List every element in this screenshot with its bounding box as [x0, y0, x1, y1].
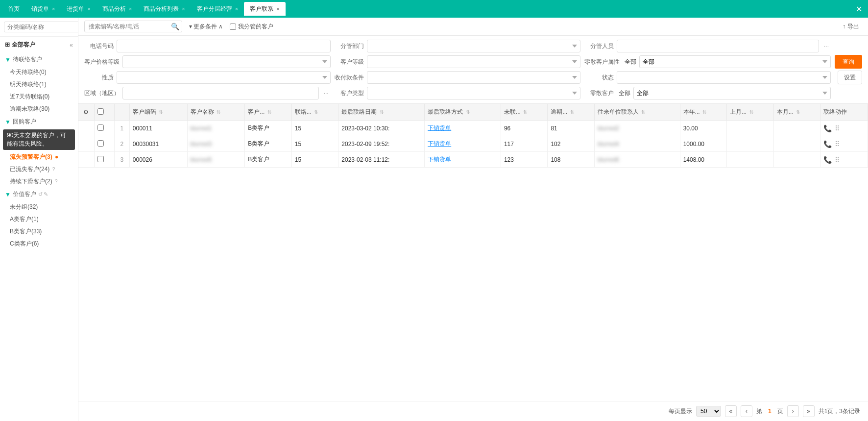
row-action-phone-icon[interactable]: 📞: [823, 124, 832, 132]
filter-customer-grade-select[interactable]: [367, 55, 581, 68]
row-method[interactable]: 下销货单: [425, 121, 501, 136]
sidebar-item-declining[interactable]: 持续下滑客户(2) ?: [0, 175, 78, 188]
filter-nature-select[interactable]: [117, 71, 331, 84]
col-settings[interactable]: ⚙: [78, 104, 94, 121]
row-action-menu-icon[interactable]: ⠿: [835, 140, 840, 148]
main-search-input[interactable]: [84, 21, 182, 32]
sidebar-item-ungroup[interactable]: 未分组(32): [0, 201, 78, 213]
sidebar-collapse-icon[interactable]: «: [70, 42, 73, 49]
col-overdue-header[interactable]: 逾期... ⇅: [548, 104, 595, 121]
filter-retail-attr-select[interactable]: 全部: [639, 55, 831, 68]
row-settings-icon: [78, 136, 94, 152]
col-name-header[interactable]: 客户名称 ⇅: [187, 104, 245, 121]
filter-region-more-icon[interactable]: ···: [322, 90, 331, 97]
page-size-select[interactable]: 50 20 100: [696, 406, 721, 417]
sidebar-item-today-pending[interactable]: 今天待联络(0): [0, 66, 78, 78]
row-this-month: [773, 121, 820, 136]
filter-region-input[interactable]: [122, 87, 319, 99]
row-name: blurred5: [187, 152, 245, 168]
filter-dept-select[interactable]: [367, 40, 581, 52]
row-action-menu-icon[interactable]: ⠿: [835, 156, 840, 164]
my-customer-checkbox[interactable]: [230, 24, 236, 30]
last-page-button[interactable]: »: [803, 405, 815, 417]
col-code-header[interactable]: 客户编码 ⇅: [129, 104, 187, 121]
tab-analysis-list[interactable]: 商品分析列表 ×: [138, 2, 191, 16]
app-close-button[interactable]: ✕: [852, 4, 866, 14]
sidebar-section-churn[interactable]: ▼ 回购客户: [0, 115, 78, 128]
tab-customer-contact-close[interactable]: ×: [276, 6, 279, 12]
my-customer-checkbox-wrap[interactable]: 我分管的客户: [230, 23, 273, 31]
export-button[interactable]: ↑ 导出: [840, 21, 862, 32]
filter-phone-input[interactable]: [117, 40, 331, 52]
tab-customer-tier-close[interactable]: ×: [235, 6, 238, 12]
filter-customer-grade: 客户等级: [335, 55, 581, 68]
col-no-contact-header[interactable]: 未联... ⇅: [501, 104, 548, 121]
tab-customer-tier[interactable]: 客户分层经营 ×: [191, 2, 244, 16]
table-row: 1 000011 blurred1 B类客户 15 2023-03-02 10:…: [78, 121, 868, 136]
row-action-phone-icon[interactable]: 📞: [823, 156, 832, 164]
select-all-checkbox[interactable]: [97, 108, 104, 115]
value-refresh-icon[interactable]: ↺: [38, 191, 43, 198]
sidebar-item-class-a[interactable]: A类客户(1): [0, 213, 78, 225]
churned-help-icon: ?: [52, 167, 55, 172]
filter-panel: 电话号码 分管部门 分管人员 ···: [78, 36, 868, 104]
sidebar-item-class-b[interactable]: B类客户(33): [0, 225, 78, 238]
sidebar-search-input[interactable]: [4, 22, 78, 32]
filter-price-level-select[interactable]: [122, 55, 331, 68]
col-contact-header[interactable]: 联络... ⇅: [291, 104, 338, 121]
tab-purchase[interactable]: 进货单 ×: [61, 2, 96, 16]
main-search-button[interactable]: 🔍: [171, 23, 179, 30]
col-method-header[interactable]: 最后联络方式 ⇅: [425, 104, 501, 121]
prev-page-button[interactable]: ‹: [741, 405, 752, 417]
tab-customer-contact[interactable]: 客户联系 ×: [244, 2, 285, 16]
row-method[interactable]: 下销货单: [425, 136, 501, 152]
more-filter-button[interactable]: ▾ 更多条件 ∧: [186, 21, 226, 32]
first-page-button[interactable]: «: [725, 405, 737, 417]
tab-analysis-list-close[interactable]: ×: [182, 6, 185, 12]
row-checkbox[interactable]: [97, 124, 104, 131]
sidebar-item-churned[interactable]: 已流失客户(24) ?: [0, 163, 78, 175]
value-edit-icon[interactable]: ✎: [44, 191, 48, 198]
sidebar-root[interactable]: ⊞全部客户 «: [0, 37, 78, 53]
row-method[interactable]: 下销货单: [425, 152, 501, 168]
filter-retail: 零散客户 全部 全部: [584, 87, 831, 99]
filter-row-3: 性质 收付款条件 状态: [84, 71, 831, 84]
col-last-month-header[interactable]: 上月... ⇅: [727, 104, 774, 121]
row-checkbox[interactable]: [97, 156, 104, 162]
row-action: 📞 ⠿: [820, 136, 868, 152]
tab-purchase-close[interactable]: ×: [87, 6, 90, 12]
filter-retail-select[interactable]: 全部: [633, 87, 831, 99]
filter-phone-label: 电话号码: [84, 42, 114, 50]
query-button[interactable]: 查询: [835, 55, 862, 69]
filter-customer-type-select[interactable]: [367, 87, 581, 99]
sidebar-item-churn-warning[interactable]: 流失预警客户(3) ●: [0, 151, 78, 163]
sidebar-section-pending[interactable]: ▼ 待联络客户: [0, 53, 78, 66]
col-type-header[interactable]: 客户... ⇅: [245, 104, 292, 121]
sidebar: 🔍 ⊞全部客户 « ▼ 待联络客户 今天待联络(0) 明天待联络(1) 近7天待…: [0, 18, 78, 421]
row-action-menu-icon[interactable]: ⠿: [835, 124, 840, 132]
sidebar-item-tomorrow-pending[interactable]: 明天待联络(1): [0, 78, 78, 91]
filter-manager-input[interactable]: [617, 40, 819, 52]
tab-sales-close[interactable]: ×: [52, 6, 55, 12]
row-action-phone-icon[interactable]: 📞: [823, 140, 832, 148]
col-date-header[interactable]: 最后联络日期 ⇅: [338, 104, 425, 121]
row-checkbox[interactable]: [97, 140, 104, 147]
sidebar-section-value[interactable]: ▼ 价值客户 ↺ ✎: [0, 188, 78, 201]
sidebar-item-week-pending[interactable]: 近7天待联络(0): [0, 91, 78, 103]
sidebar-item-class-c[interactable]: C类客户(6): [0, 238, 78, 250]
tab-home[interactable]: 首页: [2, 2, 25, 16]
sidebar-item-overdue[interactable]: 逾期未联络(30): [0, 103, 78, 115]
col-this-month-header[interactable]: 本月... ⇅: [773, 104, 820, 121]
row-action: 📞 ⠿: [820, 152, 868, 168]
tab-analysis[interactable]: 商品分析 ×: [96, 2, 138, 16]
tab-analysis-close[interactable]: ×: [129, 6, 132, 12]
col-unit-contact-header[interactable]: 往来单位联系人 ⇅: [594, 104, 680, 121]
row-checkbox-cell: [94, 121, 114, 136]
next-page-button[interactable]: ›: [787, 405, 799, 417]
filter-payment-select[interactable]: [367, 71, 581, 84]
filter-manager-more-icon[interactable]: ···: [822, 43, 831, 50]
filter-status-select[interactable]: [617, 71, 831, 84]
tab-sales[interactable]: 销货单 ×: [25, 2, 61, 16]
col-this-year-header[interactable]: 本年... ⇅: [680, 104, 727, 121]
settings-button[interactable]: 设置: [838, 71, 862, 84]
